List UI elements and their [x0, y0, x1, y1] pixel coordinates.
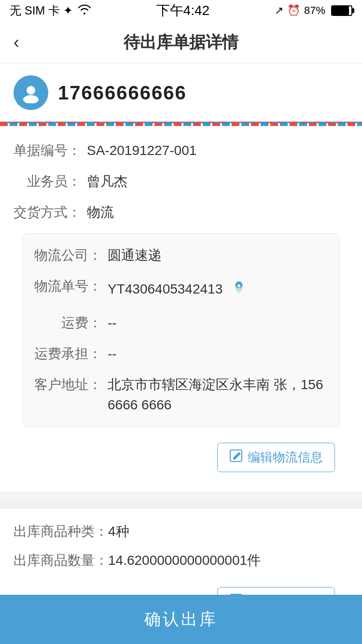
delivery-method-label: 交货方式：	[14, 202, 81, 223]
edit-logistics-label: 编辑物流信息	[248, 449, 323, 466]
edit-icon	[229, 449, 243, 466]
freight-row: 运费： --	[34, 313, 328, 333]
sim-label: 无 SIM 卡 ✦	[10, 3, 73, 18]
salesperson-value: 曾凡杰	[87, 171, 348, 192]
freight-bearer-label: 运费承担：	[34, 344, 102, 364]
delivery-method-value: 物流	[87, 202, 348, 223]
logistics-tracking-row: 物流单号： YT4306405342413	[34, 276, 328, 302]
product-types-value: 4种	[108, 522, 129, 541]
product-quantity-label: 出库商品数量：	[14, 551, 108, 570]
logistics-company-value: 圆通速递	[108, 245, 328, 266]
section-divider	[0, 500, 362, 509]
battery-icon	[331, 5, 352, 16]
doc-number-row: 单据编号： SA-20191227-001	[14, 140, 348, 161]
location-icon: ↗	[275, 4, 283, 17]
freight-value: --	[108, 313, 328, 333]
edit-btn-row: 编辑物流信息	[14, 436, 348, 482]
avatar	[14, 75, 48, 110]
header-section: 17666666666	[0, 64, 362, 123]
alarm-icon: ⏰	[287, 4, 300, 17]
address-label: 客户地址：	[34, 375, 102, 395]
freight-bearer-row: 运费承担： --	[34, 344, 328, 364]
salesperson-label: 业务员：	[14, 171, 81, 192]
basic-info-section: 单据编号： SA-20191227-001 业务员： 曾凡杰 交货方式： 物流 …	[0, 126, 362, 491]
svg-point-3	[237, 284, 240, 287]
logistics-company-row: 物流公司： 圆通速递	[34, 245, 328, 266]
page-title: 待出库单据详情	[124, 31, 238, 54]
logistics-company-label: 物流公司：	[34, 245, 102, 266]
nav-bar: ‹ 待出库单据详情	[0, 21, 362, 64]
doc-number-label: 单据编号：	[14, 140, 81, 161]
user-icon	[20, 82, 42, 103]
wifi-icon	[78, 4, 91, 17]
product-types-row: 出库商品种类： 4种	[14, 522, 348, 541]
status-time: 下午4:42	[156, 1, 210, 20]
logistics-tracking-label: 物流单号：	[34, 276, 102, 296]
confirm-btn-wrapper: 确认出库	[0, 595, 362, 644]
status-right: ↗ ⏰ 87%	[275, 4, 352, 17]
logistics-tracking-value: YT4306405342413	[108, 276, 328, 302]
phone-number: 17666666666	[58, 82, 187, 104]
doc-number-value: SA-20191227-001	[87, 140, 348, 161]
status-left: 无 SIM 卡 ✦	[10, 3, 91, 18]
address-row: 客户地址： 北京市市辖区海淀区永丰南 张，156 6666 6666	[34, 375, 328, 415]
edit-logistics-button[interactable]: 编辑物流信息	[217, 443, 335, 472]
product-quantity-value: 14.6200000000000001件	[108, 551, 261, 570]
freight-label: 运费：	[34, 313, 102, 333]
back-button[interactable]: ‹	[14, 32, 19, 53]
salesperson-row: 业务员： 曾凡杰	[14, 171, 348, 192]
status-bar: 无 SIM 卡 ✦ 下午4:42 ↗ ⏰ 87%	[0, 0, 362, 21]
delivery-method-row: 交货方式： 物流	[14, 202, 348, 223]
product-types-label: 出库商品种类：	[14, 522, 108, 541]
track-location-icon[interactable]	[230, 276, 248, 302]
svg-point-0	[27, 86, 35, 95]
address-value: 北京市市辖区海淀区永丰南 张，156 6666 6666	[108, 375, 328, 415]
confirm-outbound-button[interactable]: 确认出库	[144, 608, 218, 630]
tracking-number-text: YT4306405342413	[108, 279, 223, 299]
product-quantity-row: 出库商品数量： 14.6200000000000001件	[14, 551, 348, 570]
svg-point-1	[23, 95, 39, 103]
freight-bearer-value: --	[108, 344, 328, 364]
logistics-card: 物流公司： 圆通速递 物流单号： YT4306405342413	[22, 233, 340, 427]
battery-percent: 87%	[304, 4, 325, 17]
